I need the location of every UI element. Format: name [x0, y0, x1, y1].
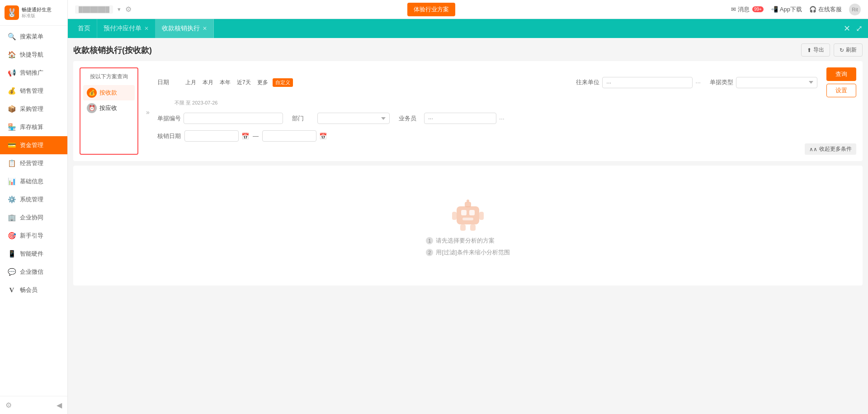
sales-icon: 💰 [7, 86, 16, 95]
sidebar-item-hardware[interactable]: 📱 智能硬件 [0, 245, 67, 263]
sidebar-item-search[interactable]: 🔍 搜索菜单 [0, 28, 67, 46]
sidebar-item-basic-info[interactable]: 📊 基础信息 [0, 172, 67, 190]
collapse-icon: ∧∧ [809, 146, 817, 152]
sidebar-item-finance[interactable]: 💳 资金管理 [0, 136, 67, 154]
tab-receipt-verify-label: 收款核销执行 [162, 24, 200, 33]
filter-option-by-receivable[interactable]: ⏰ 按应收 [83, 100, 135, 116]
staff-label: 业务员 [399, 114, 421, 123]
tab-prepay-close[interactable]: ✕ [144, 25, 149, 32]
date-shortcut-custom[interactable]: 自定义 [273, 78, 293, 87]
nav-header: 首页 预付冲应付单 ✕ 收款核销执行 ✕ ✕ ⤢ [68, 19, 868, 38]
sidebar-item-business[interactable]: 📋 经营管理 [0, 154, 67, 172]
query-btn[interactable]: 查询 [826, 67, 856, 81]
service-icon: 🎧 [809, 6, 816, 13]
guide-icon: 🎯 [7, 231, 16, 240]
calendar-start-icon[interactable]: 📅 [241, 133, 249, 140]
verify-date-start[interactable]: 2023-03-01 [184, 130, 239, 142]
sidebar-item-quick-nav[interactable]: 🏠 快捷导航 [0, 46, 67, 64]
online-service-btn[interactable]: 🎧 在线客服 [809, 5, 842, 14]
logo-text-group: 畅捷通好生意 标准版 [22, 6, 52, 19]
tab-expand-btn[interactable]: ⤢ [854, 24, 864, 33]
date-dash: — [253, 133, 259, 139]
sidebar-item-system[interactable]: ⚙️ 系统管理 [0, 190, 67, 209]
sidebar-footer: ⚙ ◀ [0, 396, 67, 414]
filter-left-panel: 按以下方案查询 💰 按收款 ⏰ 按应收 [80, 67, 138, 155]
verify-date-field: 核销日期 2023-03-01 📅 — 2023-07-21 📅 [157, 130, 327, 142]
partner-input[interactable] [602, 77, 693, 88]
app-icon: 📲 [771, 6, 778, 13]
tab-receipt-verify[interactable]: 收款核销执行 ✕ [156, 19, 214, 38]
date-shortcut-more[interactable]: 更多 [255, 78, 270, 87]
sidebar-item-member[interactable]: V 畅会员 [0, 281, 67, 299]
svg-point-5 [467, 200, 469, 202]
filter-rows: 日期 上月 本月 本年 近7天 更多 自定义 [157, 67, 856, 142]
service-label: 在线客服 [818, 5, 842, 14]
message-btn[interactable]: ✉ 消息 99+ [731, 5, 764, 14]
settings-icon[interactable]: ⚙ [5, 401, 12, 409]
nav-actions: ✕ ⤢ [842, 24, 864, 33]
sidebar-item-marketing[interactable]: 📢 营销推广 [0, 64, 67, 82]
refresh-btn[interactable]: ↻ 刷新 [834, 43, 863, 57]
svg-rect-2 [469, 210, 475, 215]
doc-num-label: 单据编号 [157, 114, 181, 123]
sidebar-item-enterprise[interactable]: 🏢 企业协同 [0, 209, 67, 227]
collapse-left-btn[interactable]: » [144, 69, 152, 155]
user-area[interactable]: Rit [849, 4, 861, 15]
industry-btn[interactable]: 体验行业方案 [407, 3, 455, 16]
tab-close-all-btn[interactable]: ✕ [842, 24, 852, 33]
calendar-end-icon[interactable]: 📅 [319, 133, 327, 140]
sidebar-item-sales[interactable]: 💰 销售管理 [0, 82, 67, 100]
tab-prepay-label: 预付冲应付单 [104, 24, 142, 33]
staff-more-icon[interactable]: ··· [499, 115, 505, 122]
date-unlimited: 不限 至 2023-07-26 [175, 100, 217, 105]
sidebar-item-guide[interactable]: 🎯 新手引导 [0, 227, 67, 245]
tab-home-label: 首页 [78, 24, 90, 33]
setting-btn[interactable]: 设置 [826, 84, 856, 97]
date-shortcuts-group: 上月 本月 本年 近7天 更多 自定义 [184, 78, 293, 87]
sidebar-item-wechat[interactable]: 💬 企业微信 [0, 263, 67, 281]
doc-type-label: 单据类型 [710, 78, 733, 86]
date-shortcut-7days[interactable]: 近7天 [235, 78, 253, 87]
main-area: ████████ ▾ ⚙ 体验行业方案 ✉ 消息 99+ 📲 App下载 🎧 在… [68, 0, 868, 414]
tab-prepay[interactable]: 预付冲应付单 ✕ [97, 19, 156, 38]
collapse-sidebar-icon[interactable]: ◀ [57, 401, 62, 409]
filter-option-by-receipt[interactable]: 💰 按收款 [83, 85, 135, 100]
wechat-icon: 💬 [7, 267, 16, 276]
filter-row-1: 日期 上月 本月 本年 近7天 更多 自定义 [157, 67, 856, 97]
sidebar-label-wechat: 企业微信 [20, 268, 43, 276]
empty-tips: 1 请先选择要分析的方案 2 用[过滤]条件来缩小分析范围 [426, 235, 509, 258]
topbar-dropdown-icon[interactable]: ▾ [118, 6, 121, 13]
svg-rect-0 [457, 206, 479, 224]
content-area: 收款核销执行(按收款) ⬆ 导出 ↻ 刷新 按以下方案查询 [68, 38, 868, 414]
hardware-icon: 📱 [7, 249, 16, 258]
sidebar-label-guide: 新手引导 [20, 232, 43, 240]
staff-input[interactable] [424, 113, 496, 124]
tab-receipt-verify-close[interactable]: ✕ [203, 25, 207, 32]
doc-num-input[interactable] [184, 113, 283, 124]
verify-date-start-group: 2023-03-01 📅 [184, 130, 249, 142]
dept-select[interactable] [317, 113, 390, 124]
user-avatar: Rit [849, 4, 861, 15]
export-icon: ⬆ [807, 47, 811, 53]
sidebar-label-enterprise: 企业协同 [20, 214, 43, 222]
topbar-gear-icon[interactable]: ⚙ [125, 5, 132, 14]
verify-date-end-group: 2023-07-21 📅 [262, 130, 327, 142]
sidebar-item-purchase[interactable]: 📦 采购管理 [0, 100, 67, 118]
date-shortcut-this-month[interactable]: 本月 [201, 78, 215, 87]
partner-more-icon[interactable]: ··· [695, 79, 701, 86]
sidebar-label-purchase: 采购管理 [20, 105, 43, 113]
verify-date-label: 核销日期 [157, 132, 181, 140]
app-download-btn[interactable]: 📲 App下载 [771, 5, 802, 14]
query-buttons: 查询 设置 [826, 67, 856, 97]
export-btn[interactable]: ⬆ 导出 [801, 43, 830, 57]
doc-type-select[interactable] [736, 77, 817, 88]
date-shortcut-last-month[interactable]: 上月 [184, 78, 198, 87]
svg-rect-1 [461, 210, 467, 215]
sidebar-menu: 🔍 搜索菜单 🏠 快捷导航 📢 营销推广 💰 销售管理 📦 采购管理 🏪 库存核… [0, 26, 67, 396]
verify-date-end[interactable]: 2023-07-21 [262, 130, 316, 142]
business-icon: 📋 [7, 159, 16, 168]
sidebar-item-inventory[interactable]: 🏪 库存核算 [0, 118, 67, 136]
tab-home[interactable]: 首页 [71, 19, 97, 38]
date-shortcut-this-year[interactable]: 本年 [218, 78, 232, 87]
collapse-more-btn[interactable]: ∧∧ 收起更多条件 [805, 143, 856, 155]
